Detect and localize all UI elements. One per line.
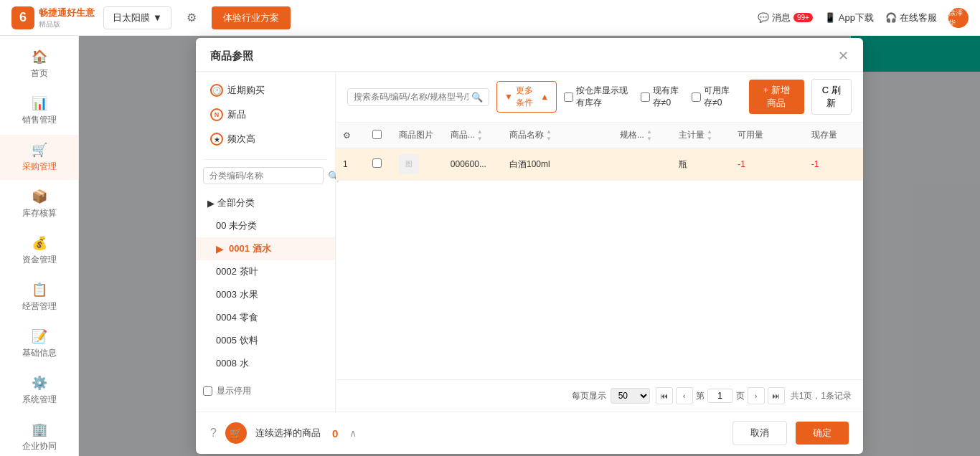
category-all[interactable]: ▶ 全部分类 (196, 191, 335, 214)
page-number-input[interactable] (707, 389, 733, 403)
cell-seq: 1 (336, 148, 365, 181)
sidebar-item-operation[interactable]: 📋 经营管理 (0, 275, 78, 320)
help-icon[interactable]: ? (210, 427, 217, 440)
category-uncategorized[interactable]: 00 未分类 (196, 214, 335, 237)
refresh-button[interactable]: C 刷新 (811, 79, 852, 115)
cell-available: -1 (730, 148, 804, 181)
sidebar-label-basic: 基础信息 (22, 347, 57, 359)
th-unit[interactable]: 主计量 ▲▼ (672, 123, 730, 148)
enterprise-icon: 🏢 (32, 422, 47, 437)
confirm-button[interactable]: 确定 (796, 422, 849, 445)
sidebar-item-inventory[interactable]: 📦 库存核算 (0, 181, 78, 227)
filter-button[interactable]: ▼ 更多条件 ▲ (496, 81, 557, 113)
filter-collapse-icon: ▲ (540, 92, 549, 102)
sidebar-item-enterprise[interactable]: 🏢 企业协同 (0, 414, 78, 456)
sidebar-label-enterprise: 企业协同 (22, 440, 57, 452)
expand-icon: ▶ (207, 198, 215, 209)
trial-button[interactable]: 体验行业方案 (212, 6, 291, 29)
add-product-button[interactable]: + 新增商品 (749, 80, 804, 114)
warehouse-checkbox-input[interactable] (564, 92, 573, 102)
dropdown-button[interactable]: 日太阳膜 ▼ (103, 6, 171, 29)
app-download-button[interactable]: 📱 App下载 (824, 11, 874, 24)
filter-icon: ▼ (504, 92, 513, 102)
th-spec[interactable]: 规格... ▲▼ (613, 123, 672, 148)
page-next-button[interactable]: › (748, 387, 765, 404)
show-disabled-input[interactable] (203, 386, 212, 396)
th-image: 商品图片 (392, 123, 443, 148)
select-all-checkbox[interactable] (372, 130, 382, 139)
checkbox-stock-ne0[interactable]: 现有库存≠0 (641, 85, 683, 109)
navbar: 6 畅捷通好生意 精品版 日太阳膜 ▼ ⚙ 体验行业方案 💬 消息 99+ 📱 … (0, 0, 980, 36)
product-search-icon[interactable]: 🔍 (471, 92, 483, 103)
page-prev-button[interactable]: ‹ (676, 387, 693, 404)
category-snack[interactable]: 0004 零食 (196, 306, 335, 329)
recent-icon: 🕐 (210, 84, 223, 97)
finance-icon: 💰 (32, 235, 47, 251)
basic-icon: 📝 (32, 328, 47, 344)
star-icon: ★ (210, 133, 223, 146)
table-row[interactable]: 1 图 000600... 白酒100ml (336, 148, 863, 181)
avatar: 徐泽华 (948, 8, 969, 28)
user-profile[interactable]: 徐泽华 (948, 8, 969, 28)
th-available: 可用量 (730, 123, 804, 148)
sidebar-item-system[interactable]: ⚙️ 系统管理 (0, 368, 78, 413)
product-search-wrap: 🔍 (347, 88, 489, 106)
collapse-icon[interactable]: ∧ (349, 427, 357, 439)
th-code[interactable]: 商品... ▲▼ (443, 123, 502, 148)
selected-count: 0 (332, 427, 338, 440)
tab-recent-purchase[interactable]: 🕐 近期购买 (203, 79, 328, 102)
category-fruit[interactable]: 0003 水果 (196, 283, 335, 306)
headset-icon: 🎧 (885, 12, 897, 23)
sidebar-item-basic[interactable]: 📝 基础信息 (0, 321, 78, 366)
purchase-icon: 🛒 (32, 142, 47, 158)
tab-new-products[interactable]: N 新品 (203, 103, 328, 126)
cancel-button[interactable]: 取消 (732, 421, 787, 445)
modal-toolbar: 🔍 ▼ 更多条件 ▲ 按仓库显示现有库存 (336, 72, 863, 123)
category-search-input[interactable] (203, 167, 324, 184)
available-ne0-checkbox-input[interactable] (692, 92, 701, 102)
checkbox-warehouse[interactable]: 按仓库显示现有库存 (564, 85, 632, 109)
sidebar-item-finance[interactable]: 💰 资金管理 (0, 228, 78, 273)
category-liquor[interactable]: ▶ 0001 酒水 (196, 237, 335, 260)
th-settings[interactable]: ⚙ (336, 123, 365, 148)
filter-checkboxes: 按仓库显示现有库存 现有库存≠0 可用库存≠0 (564, 85, 735, 109)
cell-unit: 瓶 (672, 148, 730, 181)
sidebar-item-sales[interactable]: 📊 销售管理 (0, 88, 78, 133)
sidebar-item-purchase[interactable]: 🛒 采购管理 (0, 135, 78, 180)
cell-spec (613, 148, 672, 181)
page-total: 共1页，1条记录 (791, 390, 852, 402)
modal-overlay: 商品参照 ✕ 🕐 近期购买 N (79, 36, 980, 456)
sidebar-item-home[interactable]: 🏠 首页 (0, 42, 78, 87)
sidebar-label-operation: 经营管理 (22, 300, 57, 313)
product-search-input[interactable] (354, 92, 468, 102)
product-thumbnail: 图 (399, 154, 419, 174)
close-button[interactable]: ✕ (838, 48, 849, 64)
messages-button[interactable]: 💬 消息 99+ (758, 11, 813, 24)
page-size-select[interactable]: 50 100 200 (611, 388, 650, 404)
messages-badge: 99+ (793, 13, 813, 22)
message-icon: 💬 (758, 12, 769, 23)
checkbox-available-ne0[interactable]: 可用库存≠0 (692, 85, 734, 109)
page-last-button[interactable]: ⏭ (768, 387, 785, 404)
modal-left-panel: 🕐 近期购买 N 新品 ★ 频次高 (196, 72, 336, 412)
category-tea[interactable]: 0002 茶叶 (196, 260, 335, 283)
cart-button[interactable]: 🛒 (225, 422, 247, 444)
category-beverage[interactable]: 0005 饮料 (196, 329, 335, 352)
sort-arrows-code: ▲▼ (477, 128, 483, 142)
chevron-down-icon: ▼ (153, 12, 162, 23)
stock-ne0-checkbox-input[interactable] (641, 92, 650, 102)
table-settings-icon[interactable]: ⚙ (343, 130, 351, 141)
category-list: ▶ 全部分类 00 未分类 ▶ 0001 酒水 0002 茶 (196, 189, 335, 378)
logo-text: 畅捷通好生意 精品版 (39, 6, 95, 29)
home-icon: 🏠 (32, 49, 47, 65)
gear-icon[interactable]: ⚙ (180, 6, 203, 29)
tab-high-frequency[interactable]: ★ 频次高 (203, 128, 328, 151)
modal-body: 🕐 近期购买 N 新品 ★ 频次高 (196, 72, 863, 412)
category-water[interactable]: 0008 水 (196, 352, 335, 375)
online-service-button[interactable]: 🎧 在线客服 (885, 11, 937, 24)
row-checkbox[interactable] (372, 158, 382, 168)
show-disabled-checkbox[interactable]: 显示停用 (203, 385, 328, 397)
page-first-button[interactable]: ⏮ (656, 387, 673, 404)
th-name[interactable]: 商品名称 ▲▼ (502, 123, 613, 148)
sidebar-label-home: 首页 (31, 67, 48, 80)
